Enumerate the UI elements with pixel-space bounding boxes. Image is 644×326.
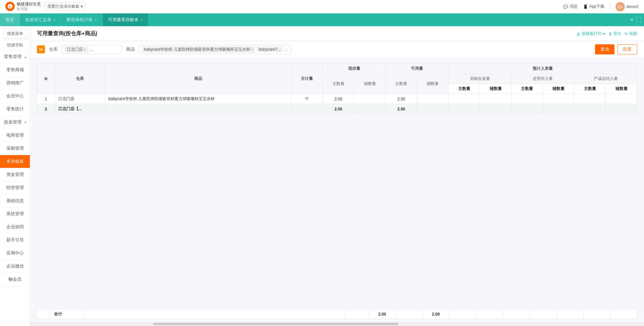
row1-in-main: [511, 94, 543, 104]
sidebar-item-system[interactable]: 系统管理: [0, 207, 30, 221]
sidebar-item-operations[interactable]: 经营管理: [0, 181, 30, 194]
purchase-transit-header: 采购在途量: [448, 74, 511, 84]
row1-pt-main: [448, 94, 480, 104]
sidebar-item-retail-stats[interactable]: 零售统计: [0, 103, 30, 116]
product-filter-input[interactable]: babycare学饮杯 儿童防摔防撞吸管杯重力球吸嘴杯宝宝水杯 × babyca…: [139, 45, 291, 54]
sidebar-item-marketing[interactable]: 营销推广: [0, 77, 30, 90]
tab-available-stock-close[interactable]: ×: [141, 18, 143, 22]
bottom-scrollbar[interactable]: [30, 322, 644, 326]
sidebar-item-member[interactable]: 畅会员: [0, 273, 30, 286]
total-in-main: [530, 309, 557, 319]
sidebar-item-member-center-label: 会员中心: [6, 93, 24, 98]
sidebar-item-enterprise[interactable]: 企业协同: [0, 221, 30, 234]
refresh-btn[interactable]: ↻ 刷新: [625, 31, 637, 37]
tab-available-stock[interactable]: 可用量库存账本 ×: [103, 13, 148, 26]
finished-header: 产成品待入量: [574, 74, 637, 84]
close-all-tabs-btn[interactable]: ×: [630, 17, 633, 23]
warehouse-tag-remove[interactable]: ×: [84, 47, 86, 51]
chevron-down-icon: ▾: [81, 4, 83, 9]
filter-row: ≫ 仓库 江北门店 × ... 商品 babycare学饮杯 儿童防摔防撞吸管杯…: [30, 41, 644, 58]
nav-tabs: 首页 收发存汇总表 × 要货单统计表 × 可用量库存账本 × × ⛶: [0, 13, 644, 26]
stock-aux-header: 辅数量: [354, 74, 386, 94]
industry-selector[interactable]: 母婴行业演示账套 ▾: [44, 2, 86, 11]
sidebar-item-wholesale-label: 批发管理: [4, 119, 21, 125]
incoming-header: 进货待入量: [511, 74, 574, 84]
sidebar-item-wechat[interactable]: 企业微信: [0, 260, 30, 273]
tab-order-stats-label: 要货单统计表: [66, 17, 93, 23]
refresh-icon: ↻: [625, 32, 628, 36]
print-btn[interactable]: 🖨 按模板打印 ▾: [576, 31, 605, 37]
sidebar-item-app-center[interactable]: 应用中心: [0, 247, 30, 260]
setting-btn[interactable]: 设置: [617, 44, 637, 54]
sidebar-item-guide[interactable]: 新手引导: [0, 234, 30, 247]
user-profile[interactable]: Ea demo2: [615, 2, 639, 11]
sidebar-item-retail-management[interactable]: 零售管理 ▲: [0, 50, 30, 63]
app-download-label: App下载: [589, 4, 604, 9]
table-row-subtotal: 2 江北门店【... 2.00 2.00: [37, 104, 637, 114]
row1-stock-aux: [354, 94, 386, 104]
sidebar-item-enterprise-label: 企业协同: [6, 224, 24, 229]
row1-avail-main: 2.00: [385, 94, 417, 104]
sidebar-item-purchase[interactable]: 采购管理: [0, 142, 30, 155]
page-title-row: 可用量查询(按仓库+商品) 🖨 按模板打印 ▾ ⬇ 导出 ↻ 刷新: [37, 30, 637, 41]
sidebar-item-retail-mall[interactable]: 零售商城: [0, 63, 30, 77]
page-header: 可用量查询(按仓库+商品) 🖨 按模板打印 ▾ ⬇ 导出 ↻ 刷新: [30, 26, 644, 41]
user-name: demo2: [626, 4, 639, 9]
tab-order-stats[interactable]: 要货单统计表 ×: [61, 13, 102, 26]
message-label: 消息: [570, 4, 578, 9]
total-empty1: [37, 309, 51, 319]
message-btn[interactable]: 💬 消息: [563, 4, 578, 9]
warehouse-filter-label: 仓库: [49, 46, 58, 52]
row1-fin-main: [574, 94, 606, 104]
row2-product: [105, 104, 291, 114]
avail-main-header: 主数量: [385, 74, 417, 94]
warehouse-tag: 江北门店 ×: [65, 46, 88, 53]
tab-order-stats-close[interactable]: ×: [95, 18, 97, 22]
page-title: 可用量查询(按仓库+商品): [37, 30, 97, 37]
row2-unit: [291, 104, 323, 114]
sidebar-item-basic-info[interactable]: 基础信息: [0, 194, 30, 207]
sidebar-item-member-label: 畅会员: [8, 277, 21, 282]
sidebar-item-retail-stats-label: 零售统计: [6, 106, 24, 111]
available-col-header: 可用量: [385, 64, 448, 74]
sidebar-item-finance[interactable]: 资金管理: [0, 168, 30, 181]
sidebar-item-member-center[interactable]: 会员中心: [0, 90, 30, 103]
tab-stock-summary[interactable]: 收发存汇总表 ×: [20, 13, 61, 26]
product-more-btn[interactable]: ...: [284, 47, 288, 52]
avatar: Ea: [615, 2, 625, 11]
total-row: 合计 2.00 2.00: [37, 309, 637, 319]
sidebar-item-guide-label: 新手引导: [6, 237, 24, 242]
tab-home[interactable]: 首页: [0, 13, 20, 26]
row1-pt-aux: [480, 94, 512, 104]
top-bar: 畅 畅捷通好生意 标准版 母婴行业演示账套 ▾ 💬 消息 📱 App下载 Ea …: [0, 0, 644, 13]
product-filter-label: 商品: [126, 46, 135, 52]
product-tag1-remove[interactable]: ×: [251, 47, 253, 51]
product-tag2: babycare?...: [257, 47, 283, 52]
refresh-label: 刷新: [629, 31, 637, 37]
sidebar-search-btn[interactable]: 搜索菜单: [3, 29, 27, 39]
sidebar-quick-nav[interactable]: 快捷导航: [0, 40, 30, 50]
main-layout: 搜索菜单 快捷导航 零售管理 ▲ 零售商城 营销推广 会员中心 零售统计 批发管…: [0, 26, 644, 326]
export-btn[interactable]: ⬇ 导出: [608, 31, 621, 37]
data-table: ⚙ 仓库 商品 主计量 现存量 可用量 预计入库量 主数量 辅数量 主数量 辅数…: [37, 63, 637, 114]
table-area: ⚙ 仓库 商品 主计量 现存量 可用量 预计入库量 主数量 辅数量 主数量 辅数…: [30, 58, 644, 309]
app-download-btn[interactable]: 📱 App下载: [583, 4, 604, 9]
query-btn[interactable]: 查询: [595, 44, 614, 54]
nav-tabs-actions: × ⛶: [630, 17, 644, 23]
filter-toggle-btn[interactable]: ≫: [37, 45, 45, 53]
row2-stock-main: 2.00: [323, 104, 354, 114]
total-fin-aux: [610, 309, 637, 319]
sidebar-item-ecommerce[interactable]: 电商管理: [0, 129, 30, 142]
row2-fin-main: [574, 104, 606, 114]
sidebar-item-inventory[interactable]: 库存核算: [0, 155, 30, 168]
fin-main-header: 主数量: [574, 84, 606, 94]
fullscreen-btn[interactable]: ⛶: [636, 17, 641, 23]
warehouse-more-btn[interactable]: ...: [89, 47, 93, 52]
stock-col-header: 现存量: [323, 64, 385, 74]
sidebar-item-wholesale[interactable]: 批发管理 ▼: [0, 116, 30, 129]
warehouse-filter-input[interactable]: 江北门店 × ...: [62, 45, 122, 54]
scrollbar-thumb: [153, 323, 398, 325]
page-actions: 🖨 按模板打印 ▾ ⬇ 导出 ↻ 刷新: [576, 31, 637, 37]
tab-stock-summary-close[interactable]: ×: [53, 18, 55, 22]
row2-pt-main: [448, 104, 480, 114]
